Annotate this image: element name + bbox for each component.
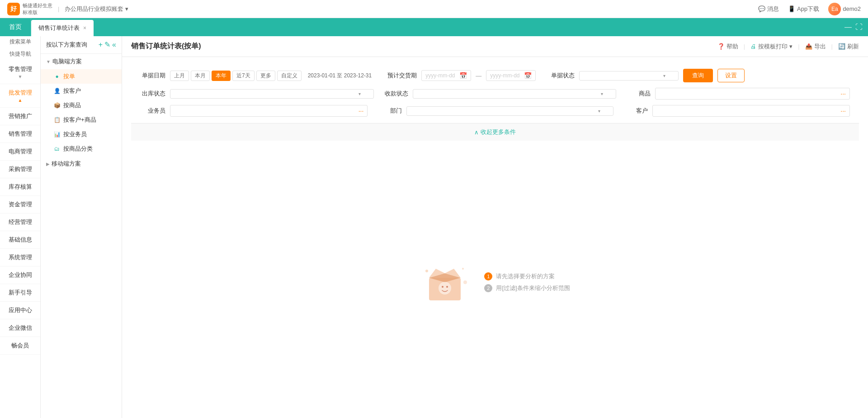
dept-arrow: ▾ (598, 109, 600, 114)
payment-status-label: 收款状态 (383, 90, 408, 98)
sidebar-item-basic[interactable]: 基础信息 (0, 231, 40, 249)
page-title-row: 销售订单统计表(按单) ❓ 帮助 | 🖨 按模板打印 ▾ | (131, 42, 859, 51)
scheme-desktop-group: ▼ 电脑端方案 ● 按单 👤 按客户 📦 按商品 📋 按客户+商品 (41, 54, 122, 156)
tab-active[interactable]: 销售订单统计表 × (31, 20, 94, 36)
sidebar-item-newbie[interactable]: 新手引导 (0, 284, 40, 302)
calendar-icon-to: 📅 (524, 72, 532, 79)
scheme-panel: 按以下方案查询 + ✎ « ▼ 电脑端方案 ● 按单 👤 按客户 (41, 36, 122, 418)
date-btn-more[interactable]: 更多 (256, 71, 275, 81)
sidebar-item-finance[interactable]: 资金管理 (0, 196, 40, 214)
customer-dots[interactable]: ··· (840, 107, 846, 114)
scheme-header-actions: + ✎ « (99, 41, 116, 48)
breadcrumb-arrow: ▾ (125, 5, 128, 12)
sidebar-item-member[interactable]: 畅会员 (0, 337, 40, 355)
payment-status-select[interactable]: ▾ (413, 89, 617, 99)
header-left: 好 畅捷通好生意 标准版 | 办公用品行业模拟账套 ▾ (7, 2, 128, 15)
help-btn[interactable]: ❓ 帮助 (717, 43, 738, 51)
setting-btn[interactable]: 设置 (717, 69, 745, 82)
page-title: 销售订单统计表(按单) (131, 42, 201, 51)
ship-status-select[interactable]: ▾ (170, 89, 374, 99)
sidebar-item-apps[interactable]: 应用中心 (0, 302, 40, 319)
collapse-bar[interactable]: ∧ 收起更多条件 (131, 123, 859, 141)
tab-bar-right: — ⛶ (844, 23, 868, 31)
date-btn-last7[interactable]: 近7天 (232, 71, 255, 81)
predicted-date-from[interactable]: yyyy-mm-dd 📅 (421, 70, 471, 81)
scheme-item-by-goods[interactable]: 📦 按商品 (41, 98, 122, 113)
date-range-display: 2023-01-01 至 2023-12-31 (308, 72, 372, 80)
sidebar-item-sales[interactable]: 销售管理 (0, 125, 40, 143)
search-menu-btn[interactable]: 搜索菜单 (0, 36, 40, 48)
filter-section: 单据日期 上月 本月 本年 近7天 更多 自定义 2023-01-01 至 (122, 57, 868, 146)
template-print-btn[interactable]: 🖨 按模板打印 ▾ (750, 43, 793, 51)
scheme-item-by-customer[interactable]: 👤 按客户 (41, 84, 122, 98)
quick-nav-btn[interactable]: 快捷导航 (0, 48, 40, 61)
sidebar-item-purchase[interactable]: 采购管理 (0, 161, 40, 178)
date-shortcuts: 上月 本月 本年 近7天 更多 自定义 (170, 71, 302, 81)
sidebar-item-retail[interactable]: 零售管理 ▼ (0, 61, 40, 84)
breadcrumb-dropdown[interactable]: 办公用品行业模拟账套 ▾ (65, 5, 128, 13)
svg-point-6 (446, 286, 448, 288)
goods-dots[interactable]: ··· (840, 90, 846, 97)
help-icon: ❓ (717, 43, 725, 50)
scheme-item-by-customer-goods[interactable]: 📋 按客户+商品 (41, 113, 122, 127)
scheme-mobile-title[interactable]: ▶ 移动端方案 (41, 156, 122, 171)
sidebar-item-enterprise[interactable]: 企业协同 (0, 266, 40, 284)
scheme-add-btn[interactable]: + (99, 41, 103, 48)
window-maximize-btn[interactable]: ⛶ (855, 23, 863, 31)
scheme-item-by-salesperson[interactable]: 📊 按业务员 (41, 127, 122, 142)
sidebar-item-marketing[interactable]: 营销推广 (0, 108, 40, 125)
scheme-item-by-order[interactable]: ● 按单 (41, 69, 122, 84)
export-btn[interactable]: 📤 导出 (805, 43, 826, 51)
sidebar-item-inventory[interactable]: 库存核算 (0, 178, 40, 196)
divider1: | (744, 43, 745, 50)
window-minimize-btn[interactable]: — (844, 23, 852, 31)
department-select[interactable]: ▾ (406, 106, 613, 116)
message-btn[interactable]: 💬 消息 (758, 5, 779, 13)
goods-input[interactable]: ··· (655, 88, 850, 100)
sidebar-item-ecommerce[interactable]: 电商管理 (0, 143, 40, 161)
status-select[interactable]: ▾ (579, 71, 679, 81)
date-btn-this-year[interactable]: 本年 (212, 71, 231, 81)
salesperson-input[interactable]: ··· (170, 105, 368, 117)
divider2: | (798, 43, 799, 50)
date-btn-last-month[interactable]: 上月 (170, 71, 189, 81)
predicted-date-label: 预计交货期 (385, 71, 417, 80)
tab-close-btn[interactable]: × (83, 25, 86, 31)
user-area[interactable]: Ea demo2 (828, 3, 861, 15)
goods-label: 商品 (625, 90, 651, 98)
payment-arrow: ▾ (601, 91, 603, 96)
salesperson-dots[interactable]: ··· (359, 107, 364, 114)
logo-icon: 好 (7, 3, 20, 15)
scheme-customer-icon: 👤 (53, 87, 61, 95)
refresh-btn[interactable]: 🔄 刷新 (838, 43, 859, 51)
content-area: 按以下方案查询 + ✎ « ▼ 电脑端方案 ● 按单 👤 按客户 (41, 36, 868, 418)
page-header: 销售订单统计表(按单) ❓ 帮助 | 🖨 按模板打印 ▾ | (122, 36, 868, 57)
department-label: 部门 (377, 107, 402, 115)
sidebar-item-operations[interactable]: 经营管理 (0, 214, 40, 231)
breadcrumb-separator: | (58, 5, 59, 12)
scheme-goods-icon: 📦 (53, 102, 61, 109)
collapse-arrow: ∧ (474, 129, 479, 136)
svg-point-5 (442, 286, 443, 288)
retail-label: 零售管理 (9, 65, 32, 73)
svg-point-8 (462, 268, 464, 270)
scheme-mobile-group: ▶ 移动端方案 (41, 156, 122, 171)
scheme-category-icon: 🗂 (53, 145, 61, 152)
tab-home[interactable]: 首页 (0, 18, 31, 36)
app-download-btn[interactable]: 📱 App下载 (788, 5, 819, 13)
date-btn-custom[interactable]: 自定义 (277, 71, 302, 81)
sidebar-item-wechat[interactable]: 企业微信 (0, 319, 40, 337)
sidebar-item-wholesale[interactable]: 批发管理 ▲ (0, 84, 40, 108)
query-btn[interactable]: 查询 (683, 69, 713, 82)
date-btn-this-month[interactable]: 本月 (191, 71, 210, 81)
predicted-date-to[interactable]: yyyy-mm-dd 📅 (486, 70, 536, 81)
scheme-header-title: 按以下方案查询 (46, 41, 87, 49)
customer-input[interactable]: ··· (652, 105, 850, 117)
customer-label: 客户 (623, 107, 648, 115)
scheme-collapse-btn[interactable]: « (112, 41, 116, 48)
header-right: 💬 消息 📱 App下载 Ea demo2 (758, 3, 861, 15)
scheme-desktop-title[interactable]: ▼ 电脑端方案 (41, 54, 122, 69)
scheme-edit-btn[interactable]: ✎ (104, 41, 110, 48)
scheme-item-by-category[interactable]: 🗂 按商品分类 (41, 142, 122, 156)
sidebar-item-system[interactable]: 系统管理 (0, 249, 40, 266)
